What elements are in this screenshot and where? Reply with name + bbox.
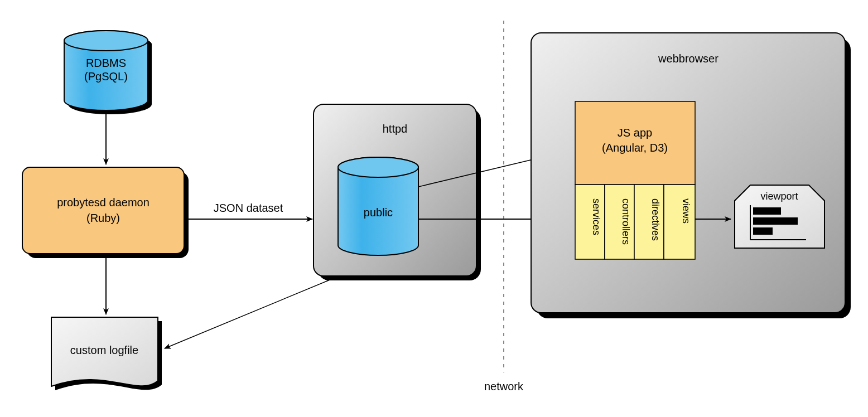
box-controllers: controllers xyxy=(620,198,631,245)
angular-boxes: services controllers directives views xyxy=(575,185,695,259)
viewport-shape: viewport xyxy=(735,185,824,248)
httpd-label: httpd xyxy=(383,123,407,135)
logfile-label: custom logfile xyxy=(70,344,138,356)
svg-point-9 xyxy=(338,157,418,177)
jsapp-line2: (Angular, D3) xyxy=(602,142,668,154)
daemon-line1: probytesd daemon xyxy=(57,196,150,208)
jsapp-line1: JS app xyxy=(618,127,652,139)
daemon-line2: (Ruby) xyxy=(86,212,120,224)
network-label: network xyxy=(484,380,524,392)
public-label: public xyxy=(364,206,393,219)
rdbms-line2: (PgSQL) xyxy=(84,70,128,83)
box-views: views xyxy=(681,198,692,224)
jsapp-group: JS app (Angular, D3) services controller… xyxy=(575,101,695,259)
json-label: JSON dataset xyxy=(214,202,283,214)
webbrowser-label: webbrowser xyxy=(658,52,718,65)
logfile-shape: custom logfile xyxy=(51,317,162,390)
public-cylinder: public xyxy=(338,157,418,255)
svg-rect-17 xyxy=(753,207,781,215)
svg-rect-5 xyxy=(22,167,184,254)
svg-point-3 xyxy=(64,31,148,51)
box-services: services xyxy=(591,198,602,235)
rdbms-cylinder: RDBMS (PgSQL) xyxy=(64,31,152,114)
box-directives: directives xyxy=(650,198,661,241)
daemon-box: probytesd daemon (Ruby) xyxy=(22,167,189,258)
svg-rect-19 xyxy=(753,227,773,235)
svg-rect-18 xyxy=(753,217,798,225)
rdbms-line1: RDBMS xyxy=(86,57,126,69)
viewport-label: viewport xyxy=(760,191,798,202)
arrow-httpd-logfile xyxy=(165,279,332,348)
